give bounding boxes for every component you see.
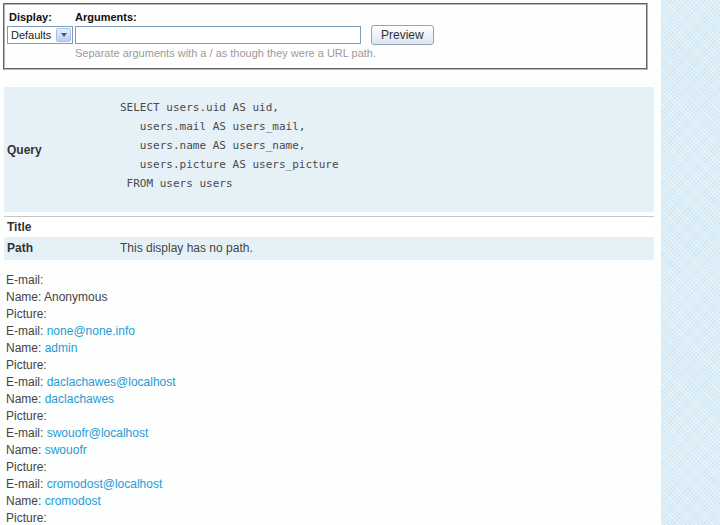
field-email: E-mail:: [6, 272, 651, 289]
preview-meta: Query SELECT users.uid AS uid, users.mai…: [4, 87, 654, 260]
title-label: Title: [4, 217, 120, 237]
display-label: Display:: [9, 11, 52, 23]
field-name: Name: Anonymous: [6, 289, 651, 306]
field-label: E-mail:: [6, 426, 43, 440]
field-picture: Picture:: [6, 510, 651, 525]
field-label: Picture:: [6, 307, 47, 321]
arguments-label: Arguments:: [75, 11, 137, 23]
email-link[interactable]: swouofr@localhost: [47, 426, 149, 440]
field-label: Picture:: [6, 409, 47, 423]
field-label: Name:: [6, 341, 41, 355]
query-sql: SELECT users.uid AS uid, users.mail AS u…: [120, 87, 339, 212]
field-name: Name: swouofr: [6, 442, 651, 459]
field-label: Picture:: [6, 460, 47, 474]
chevron-down-icon: [56, 28, 71, 42]
email-link[interactable]: daclachawes@localhost: [47, 375, 176, 389]
email-link[interactable]: none@none.info: [47, 324, 135, 338]
display-select[interactable]: Defaults: [7, 26, 73, 44]
field-label: Picture:: [6, 358, 47, 372]
field-label: E-mail:: [6, 273, 43, 287]
main-content: Display: Defaults Arguments: Preview Sep…: [0, 0, 661, 525]
field-label: Picture:: [6, 511, 47, 525]
field-email: E-mail: cromodost@localhost: [6, 476, 651, 493]
arguments-help-text: Separate arguments with a / as though th…: [75, 47, 376, 59]
title-row: Title: [4, 216, 654, 237]
user-name-link[interactable]: swouofr: [45, 443, 87, 457]
path-row: Path This display has no path.: [4, 237, 654, 260]
field-email: E-mail: none@none.info: [6, 323, 651, 340]
user-name: Anonymous: [44, 290, 107, 304]
field-label: E-mail:: [6, 375, 43, 389]
path-label: Path: [4, 237, 120, 260]
field-label: E-mail:: [6, 477, 43, 491]
field-label: Name:: [6, 392, 41, 406]
arguments-input[interactable]: [75, 26, 361, 44]
query-label: Query: [4, 87, 120, 212]
display-select-value: Defaults: [8, 29, 56, 41]
field-name: Name: admin: [6, 340, 651, 357]
field-email: E-mail: daclachawes@localhost: [6, 374, 651, 391]
field-label: Name:: [6, 290, 41, 304]
user-name-link[interactable]: daclachawes: [45, 392, 114, 406]
user-name-link[interactable]: admin: [45, 341, 78, 355]
field-name: Name: daclachawes: [6, 391, 651, 408]
email-link[interactable]: cromodost@localhost: [47, 477, 163, 491]
field-picture: Picture:: [6, 357, 651, 374]
query-row: Query SELECT users.uid AS uid, users.mai…: [4, 87, 654, 212]
field-label: Name:: [6, 443, 41, 457]
field-picture: Picture:: [6, 408, 651, 425]
field-name: Name: cromodost: [6, 493, 651, 510]
results-list: E-mail: Name: Anonymous Picture: E-mail:…: [6, 272, 651, 525]
field-email: E-mail: swouofr@localhost: [6, 425, 651, 442]
field-label: E-mail:: [6, 324, 43, 338]
field-picture: Picture:: [6, 459, 651, 476]
arguments-fieldset: Display: Defaults Arguments: Preview Sep…: [3, 3, 648, 70]
field-picture: Picture:: [6, 306, 651, 323]
path-value: This display has no path.: [120, 237, 253, 260]
field-label: Name:: [6, 494, 41, 508]
user-name-link[interactable]: cromodost: [45, 494, 101, 508]
preview-button[interactable]: Preview: [371, 25, 434, 45]
